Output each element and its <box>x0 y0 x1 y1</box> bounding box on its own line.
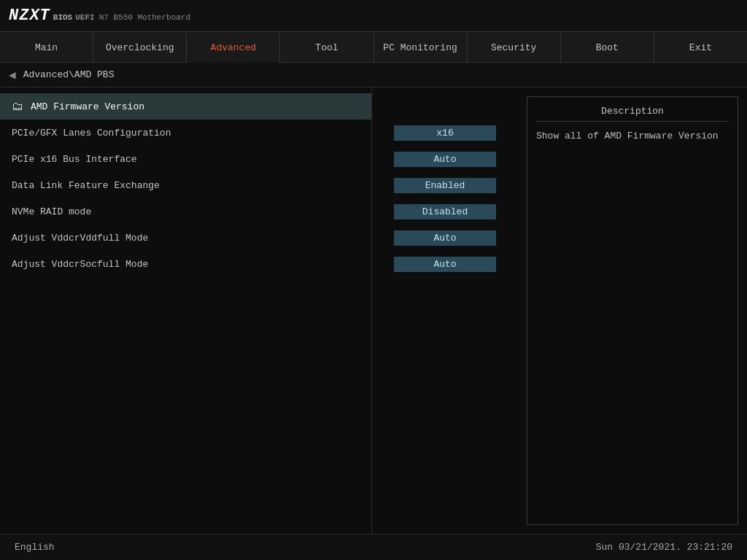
description-text: Show all of AMD Firmware Version <box>536 129 729 144</box>
menu-item-vddcr-socfull[interactable]: Adjust VddcrSocfull Mode <box>0 251 371 277</box>
nav-tabs: MainOverclockingAdvancedToolPC Monitorin… <box>0 32 747 63</box>
menu-item-data-link[interactable]: Data Link Feature Exchange <box>0 172 371 198</box>
description-title: Description <box>536 106 729 122</box>
menu-item-nvme-raid[interactable]: NVMe RAID mode <box>0 198 371 225</box>
header: NZXT BIOS UEFI N7 B550 Motherboard <box>0 0 747 32</box>
value-badge-vddcr-vddfull[interactable]: Auto <box>394 230 496 246</box>
menu-item-pcie-x16[interactable]: PCIe x16 Bus Interface <box>0 146 371 172</box>
value-badge-pcie-gfx[interactable]: x16 <box>394 125 496 141</box>
tab-advanced[interactable]: Advanced <box>187 32 280 63</box>
footer-datetime: Sun 03/21/2021. 23:21:20 <box>596 542 732 553</box>
menu-label-nvme-raid: NVMe RAID mode <box>12 206 91 217</box>
value-badge-vddcr-socfull[interactable]: Auto <box>394 257 496 272</box>
logo-nzxt: NZXT <box>9 7 50 25</box>
tab-boot[interactable]: Boot <box>561 32 654 63</box>
menu-label-data-link: Data Link Feature Exchange <box>12 180 160 191</box>
footer: English Sun 03/21/2021. 23:21:20 <box>0 534 747 560</box>
menu-item-vddcr-vddfull[interactable]: Adjust VddcrVddfull Mode <box>0 225 371 251</box>
logo-bios: BIOS <box>53 13 72 22</box>
value-badge-nvme-raid[interactable]: Disabled <box>394 204 496 219</box>
description-panel: Description Show all of AMD Firmware Ver… <box>527 96 738 525</box>
logo-subtitle: N7 B550 Motherboard <box>99 13 190 22</box>
value-panel: x16AutoEnabledDisabledAutoAuto <box>372 88 518 534</box>
value-badge-pcie-x16[interactable]: Auto <box>394 152 496 167</box>
value-row-pcie-x16: Auto <box>372 146 518 172</box>
tab-exit[interactable]: Exit <box>654 32 747 63</box>
menu-label-amd-firmware: AMD Firmware Version <box>31 101 144 112</box>
logo: NZXT BIOS UEFI N7 B550 Motherboard <box>9 7 190 25</box>
value-row-vddcr-socfull: Auto <box>372 251 518 277</box>
breadcrumb: ◀ Advanced\AMD PBS <box>0 63 747 88</box>
menu-item-pcie-gfx[interactable]: PCIe/GFX Lanes Configuration <box>0 120 371 146</box>
main-content: 🗂AMD Firmware VersionPCIe/GFX Lanes Conf… <box>0 88 747 534</box>
logo-uefi: UEFI <box>75 13 94 22</box>
breadcrumb-path: Advanced\AMD PBS <box>23 69 115 80</box>
value-row-data-link: Enabled <box>372 172 518 198</box>
tab-main[interactable]: Main <box>0 32 93 63</box>
menu-item-amd-firmware[interactable]: 🗂AMD Firmware Version <box>0 93 371 120</box>
menu-label-pcie-x16: PCIe x16 Bus Interface <box>12 154 137 165</box>
menu-list: 🗂AMD Firmware VersionPCIe/GFX Lanes Conf… <box>0 88 372 534</box>
menu-label-vddcr-socfull: Adjust VddcrSocfull Mode <box>12 259 148 270</box>
tab-overclocking[interactable]: Overclocking <box>93 32 187 63</box>
value-row-vddcr-vddfull: Auto <box>372 225 518 251</box>
footer-language: English <box>15 542 55 553</box>
value-badge-data-link[interactable]: Enabled <box>394 178 496 193</box>
value-row-amd-firmware <box>372 93 518 120</box>
tab-tool[interactable]: Tool <box>280 32 374 63</box>
value-row-nvme-raid: Disabled <box>372 198 518 225</box>
tab-security[interactable]: Security <box>468 32 561 63</box>
tab-pc-monitoring[interactable]: PC Monitoring <box>374 32 468 63</box>
menu-icon-amd-firmware: 🗂 <box>12 100 23 114</box>
back-button[interactable]: ◀ <box>9 68 16 82</box>
menu-label-vddcr-vddfull: Adjust VddcrVddfull Mode <box>12 233 148 244</box>
value-row-pcie-gfx: x16 <box>372 120 518 146</box>
menu-label-pcie-gfx: PCIe/GFX Lanes Configuration <box>12 128 171 139</box>
